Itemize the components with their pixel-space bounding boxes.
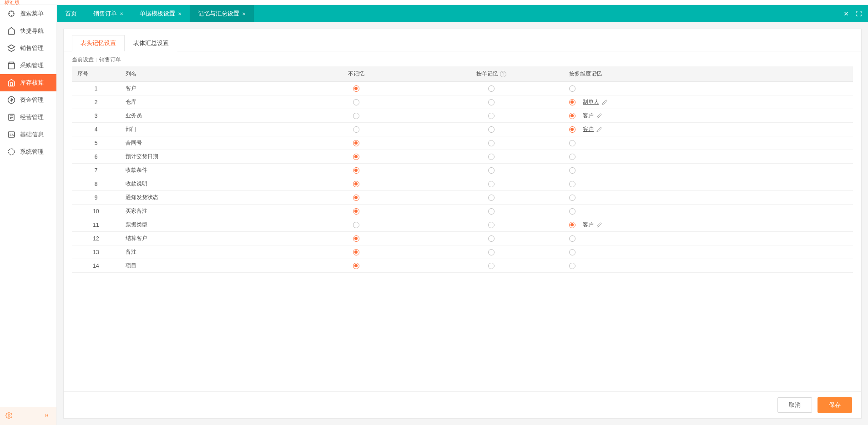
radio-bybill[interactable] bbox=[488, 235, 495, 242]
sidebar-item-quick-nav[interactable]: 快捷导航 bbox=[0, 22, 56, 40]
radio-nomemory[interactable] bbox=[353, 167, 359, 174]
dim-link[interactable]: 制单人 bbox=[583, 98, 599, 106]
radio-nomemory[interactable] bbox=[353, 249, 359, 255]
radio-nomemory[interactable] bbox=[353, 263, 359, 269]
table-row: 13备注 bbox=[72, 245, 853, 259]
radio-nomemory[interactable] bbox=[353, 208, 359, 215]
cell-name: 部门 bbox=[120, 123, 294, 136]
radio-nomemory[interactable] bbox=[353, 140, 359, 146]
sidebar-item-funds-mgmt[interactable]: 资金管理 bbox=[0, 91, 56, 109]
cell-bydim bbox=[564, 259, 853, 273]
tab-sales-order[interactable]: 销售订单✕ bbox=[85, 5, 131, 22]
save-button[interactable]: 保存 bbox=[818, 397, 852, 413]
radio-bybill[interactable] bbox=[488, 85, 495, 92]
cell-bydim: 制单人 bbox=[564, 95, 853, 109]
edit-icon[interactable] bbox=[596, 222, 602, 228]
dim-link[interactable]: 客户 bbox=[583, 125, 594, 133]
radio-bydim[interactable] bbox=[569, 181, 575, 187]
cell-name: 仓库 bbox=[120, 95, 294, 109]
cell-bybill bbox=[419, 136, 564, 150]
inner-tab-header-memory[interactable]: 表头记忆设置 bbox=[72, 35, 125, 51]
radio-bybill[interactable] bbox=[488, 195, 495, 201]
radio-nomemory[interactable] bbox=[353, 99, 359, 105]
radio-bybill[interactable] bbox=[488, 154, 495, 160]
radio-bybill[interactable] bbox=[488, 167, 495, 174]
cancel-button[interactable]: 取消 bbox=[777, 397, 812, 413]
table-row: 12结算客户 bbox=[72, 232, 853, 245]
radio-bybill[interactable] bbox=[488, 140, 495, 146]
radio-nomemory[interactable] bbox=[353, 113, 359, 119]
cell-bybill bbox=[419, 150, 564, 164]
tab-doc-template[interactable]: 单据模板设置✕ bbox=[131, 5, 190, 22]
radio-bydim[interactable] bbox=[569, 99, 575, 105]
tab-home[interactable]: 首页 bbox=[57, 5, 85, 22]
tabbar: 首页销售订单✕单据模板设置✕记忆与汇总设置✕ bbox=[57, 5, 868, 22]
edit-icon[interactable] bbox=[596, 127, 602, 132]
help-icon[interactable]: ? bbox=[500, 71, 506, 77]
svg-marker-5 bbox=[8, 45, 15, 49]
table-row: 10买家备注 bbox=[72, 205, 853, 218]
cell-name: 买家备注 bbox=[120, 205, 294, 218]
edit-icon[interactable] bbox=[596, 113, 602, 119]
radio-bybill[interactable] bbox=[488, 113, 495, 119]
sidebar-item-system-mgmt[interactable]: 系统管理 bbox=[0, 143, 56, 160]
radio-bybill[interactable] bbox=[488, 263, 495, 269]
radio-bybill[interactable] bbox=[488, 99, 495, 105]
radio-bydim[interactable] bbox=[569, 140, 575, 146]
close-all-icon[interactable] bbox=[841, 8, 852, 19]
radio-bydim[interactable] bbox=[569, 113, 575, 119]
radio-bybill[interactable] bbox=[488, 126, 495, 133]
radio-bydim[interactable] bbox=[569, 208, 575, 215]
cell-nomemory bbox=[294, 95, 419, 109]
dim-link[interactable]: 客户 bbox=[583, 221, 594, 229]
sidebar-item-purchase-mgmt[interactable]: 采购管理 bbox=[0, 57, 56, 74]
radio-bydim[interactable] bbox=[569, 85, 575, 92]
dim-link[interactable]: 客户 bbox=[583, 112, 594, 120]
cell-bydim bbox=[564, 164, 853, 177]
radio-bydim[interactable] bbox=[569, 126, 575, 133]
cell-bydim bbox=[564, 245, 853, 259]
radio-nomemory[interactable] bbox=[353, 126, 359, 133]
radio-bydim[interactable] bbox=[569, 195, 575, 201]
sidebar-item-label: 资金管理 bbox=[20, 96, 44, 104]
sidebar-item-business-mgmt[interactable]: 经营管理 bbox=[0, 109, 56, 126]
radio-bybill[interactable] bbox=[488, 222, 495, 228]
table-row: 14项目 bbox=[72, 259, 853, 273]
close-icon[interactable]: ✕ bbox=[178, 11, 182, 16]
radio-nomemory[interactable] bbox=[353, 195, 359, 201]
sidebar-item-label: 销售管理 bbox=[20, 44, 44, 52]
th-bydim: 按多维度记忆 bbox=[564, 66, 853, 82]
inner-tab-body-summary[interactable]: 表体汇总设置 bbox=[125, 35, 177, 51]
edit-icon[interactable] bbox=[602, 100, 607, 105]
sidebar-item-search-menu[interactable]: 搜索菜单 bbox=[0, 5, 56, 22]
memory-table: 序号 列名 不记忆 按单记忆? 按多维度记忆 1客户2仓库制单人3业务员客户4部… bbox=[72, 66, 853, 273]
sidebar-item-basic-info[interactable]: EA基础信息 bbox=[0, 126, 56, 143]
radio-nomemory[interactable] bbox=[353, 85, 359, 92]
radio-bydim[interactable] bbox=[569, 167, 575, 174]
th-seq: 序号 bbox=[72, 66, 120, 82]
radio-bydim[interactable] bbox=[569, 222, 575, 228]
radio-bybill[interactable] bbox=[488, 181, 495, 187]
radio-nomemory[interactable] bbox=[353, 222, 359, 228]
radio-nomemory[interactable] bbox=[353, 235, 359, 242]
sidebar: 搜索菜单快捷导航销售管理采购管理库存核算资金管理经营管理EA基础信息系统管理 bbox=[0, 5, 57, 425]
radio-bybill[interactable] bbox=[488, 208, 495, 215]
radio-bydim[interactable] bbox=[569, 235, 575, 242]
fullscreen-icon[interactable] bbox=[853, 8, 864, 19]
radio-bydim[interactable] bbox=[569, 263, 575, 269]
collapse-icon[interactable] bbox=[44, 412, 51, 420]
radio-nomemory[interactable] bbox=[353, 154, 359, 160]
radio-bydim[interactable] bbox=[569, 154, 575, 160]
sidebar-item-inventory[interactable]: 库存核算 bbox=[0, 74, 56, 91]
sidebar-item-sales-mgmt[interactable]: 销售管理 bbox=[0, 40, 56, 57]
radio-bybill[interactable] bbox=[488, 249, 495, 255]
radio-nomemory[interactable] bbox=[353, 181, 359, 187]
cell-bydim bbox=[564, 191, 853, 205]
radio-bydim[interactable] bbox=[569, 249, 575, 255]
tab-memory-summary[interactable]: 记忆与汇总设置✕ bbox=[190, 5, 254, 22]
close-icon[interactable]: ✕ bbox=[242, 11, 246, 16]
gear-icon[interactable] bbox=[5, 412, 13, 420]
close-icon[interactable]: ✕ bbox=[120, 11, 123, 16]
table-row: 4部门客户 bbox=[72, 123, 853, 136]
cell-seq: 7 bbox=[72, 164, 120, 177]
